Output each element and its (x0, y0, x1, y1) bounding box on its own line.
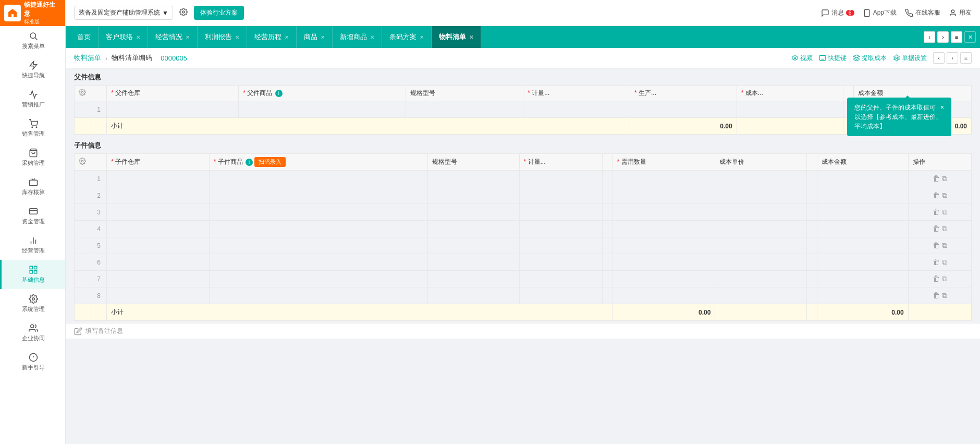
tab-history-close[interactable]: ✕ (285, 34, 289, 40)
shortcut-action[interactable]: 快捷键 (819, 54, 847, 63)
breadcrumb-parent[interactable]: 物料清单 (74, 53, 101, 63)
tab-history[interactable]: 经营历程 ✕ (247, 26, 297, 48)
child-row-6-warehouse[interactable] (107, 254, 210, 271)
tab-barcode[interactable]: 条码方案 ✕ (382, 26, 432, 48)
tab-home[interactable]: 首页 (70, 26, 99, 48)
child-row-1-qty[interactable] (519, 171, 602, 187)
child-row-7-qty-needed[interactable] (612, 271, 715, 287)
nav-scroll-right[interactable]: › (937, 31, 949, 43)
tab-operation-status-close[interactable]: ✕ (186, 34, 190, 40)
child-row-7-copy-icon[interactable]: ⧉ (942, 274, 947, 283)
child-row-3-cost-unit[interactable] (715, 204, 806, 221)
sidebar-item-basic[interactable]: 基础信息 (0, 260, 65, 289)
tab-profit[interactable]: 利润报告 ✕ (198, 26, 247, 48)
child-row-4-qty[interactable] (519, 221, 602, 237)
tab-goods[interactable]: 商品 ✕ (297, 26, 333, 48)
child-row-5-delete-icon[interactable]: 🗑 (933, 241, 940, 250)
child-row-1-delete-icon[interactable]: 🗑 (933, 174, 940, 183)
scan-input-button[interactable]: 扫码录入 (254, 157, 286, 167)
child-row-4-copy-icon[interactable]: ⧉ (942, 224, 947, 233)
child-row-2-delete-icon[interactable]: 🗑 (933, 191, 940, 200)
child-row-7-delete-icon[interactable]: 🗑 (933, 274, 940, 283)
gear-button[interactable] (179, 8, 188, 18)
child-row-8-product[interactable] (209, 287, 428, 304)
child-row-3-qty[interactable] (519, 204, 602, 221)
tab-goods-close[interactable]: ✕ (321, 34, 325, 40)
prev-record-btn[interactable]: ‹ (933, 52, 945, 64)
child-row-4-warehouse[interactable] (107, 221, 210, 237)
child-row-3-warehouse[interactable] (107, 204, 210, 221)
sidebar-item-inventory[interactable]: 库存核算 (0, 172, 65, 201)
child-row-6-copy-icon[interactable]: ⧉ (942, 258, 947, 267)
child-row-5-cost-unit[interactable] (715, 237, 806, 254)
child-row-7-qty[interactable] (519, 271, 602, 287)
child-row-2-qty[interactable] (519, 187, 602, 204)
tab-new-goods[interactable]: 新增商品 ✕ (333, 26, 382, 48)
child-row-6-spec[interactable] (428, 254, 519, 271)
tab-profit-close[interactable]: ✕ (235, 34, 239, 40)
app-download-button[interactable]: App下载 (863, 8, 897, 17)
grid-view-btn[interactable]: ≡ (960, 52, 972, 64)
child-row-8-cost-unit[interactable] (715, 287, 806, 304)
sidebar-item-operation[interactable]: 经营管理 (0, 231, 65, 260)
child-row-5-qty-needed[interactable] (612, 237, 715, 254)
child-row-5-copy-icon[interactable]: ⧉ (942, 241, 947, 250)
child-row-2-warehouse[interactable] (107, 187, 210, 204)
sidebar-item-marketing[interactable]: 营销推广 (0, 85, 65, 114)
child-row-4-qty-needed[interactable] (612, 221, 715, 237)
parent-row-1-product[interactable] (239, 101, 406, 118)
child-row-2-cost-unit[interactable] (715, 187, 806, 204)
child-row-6-qty-needed[interactable] (612, 254, 715, 271)
child-row-5-warehouse[interactable] (107, 237, 210, 254)
child-row-6-cost-unit[interactable] (715, 254, 806, 271)
child-row-3-copy-icon[interactable]: ⧉ (942, 208, 947, 217)
view-action[interactable]: 视频 (791, 54, 813, 63)
child-row-1-product[interactable] (209, 171, 428, 187)
child-row-4-delete-icon[interactable]: 🗑 (933, 224, 940, 233)
parent-row-1-warehouse[interactable] (107, 101, 239, 118)
child-row-3-qty-needed[interactable] (612, 204, 715, 221)
child-row-6-delete-icon[interactable]: 🗑 (933, 258, 940, 267)
child-row-8-copy-icon[interactable]: ⧉ (942, 291, 947, 300)
child-row-8-delete-icon[interactable]: 🗑 (933, 291, 940, 300)
child-row-1-spec[interactable] (428, 171, 519, 187)
nav-menu-btn[interactable]: ≡ (951, 31, 962, 43)
single-settings-action[interactable]: 单据设置 (893, 54, 927, 63)
child-row-2-qty-needed[interactable] (612, 187, 715, 204)
nav-scroll-left[interactable]: ‹ (924, 31, 935, 43)
child-row-7-product[interactable] (209, 271, 428, 287)
child-row-3-spec[interactable] (428, 204, 519, 221)
child-row-7-cost-unit[interactable] (715, 271, 806, 287)
child-row-5-spec[interactable] (428, 237, 519, 254)
parent-row-1-qty[interactable] (523, 101, 630, 118)
sidebar-item-guide[interactable]: 新手引导 (0, 347, 65, 377)
child-row-1-cost-unit[interactable] (715, 171, 806, 187)
child-row-7-warehouse[interactable] (107, 271, 210, 287)
tab-bom[interactable]: 物料清单 ✕ (432, 26, 481, 48)
sidebar-item-collab[interactable]: 企业协同 (0, 318, 65, 347)
child-row-8-warehouse[interactable] (107, 287, 210, 304)
trial-button[interactable]: 体验行业方案 (194, 6, 244, 20)
child-row-5-qty[interactable] (519, 237, 602, 254)
child-row-1-copy-icon[interactable]: ⧉ (942, 174, 947, 183)
online-service-button[interactable]: 在线客服 (905, 8, 940, 17)
user-avatar[interactable]: 用友 (949, 8, 972, 17)
tab-operation-status[interactable]: 经营情况 ✕ (148, 26, 198, 48)
child-row-3-delete-icon[interactable]: 🗑 (933, 208, 940, 217)
sidebar-item-search[interactable]: 搜索菜单 (0, 26, 65, 55)
child-row-5-product[interactable] (209, 237, 428, 254)
child-row-2-spec[interactable] (428, 187, 519, 204)
child-row-7-spec[interactable] (428, 271, 519, 287)
parent-row-1-cost[interactable] (737, 101, 843, 118)
message-button[interactable]: 消息 6 (821, 8, 854, 17)
tooltip-close-button[interactable]: × (940, 103, 944, 112)
child-row-6-product[interactable] (209, 254, 428, 271)
system-selector[interactable]: 装备及固定资产辅助管理系统 ▼ (74, 6, 173, 20)
child-row-3-product[interactable] (209, 204, 428, 221)
child-row-4-spec[interactable] (428, 221, 519, 237)
child-row-2-product[interactable] (209, 187, 428, 204)
sidebar-item-finance[interactable]: 资金管理 (0, 201, 65, 231)
tab-new-goods-close[interactable]: ✕ (370, 34, 374, 40)
tab-customer[interactable]: 客户联络 ✕ (99, 26, 148, 48)
parent-row-1-spec[interactable] (406, 101, 523, 118)
